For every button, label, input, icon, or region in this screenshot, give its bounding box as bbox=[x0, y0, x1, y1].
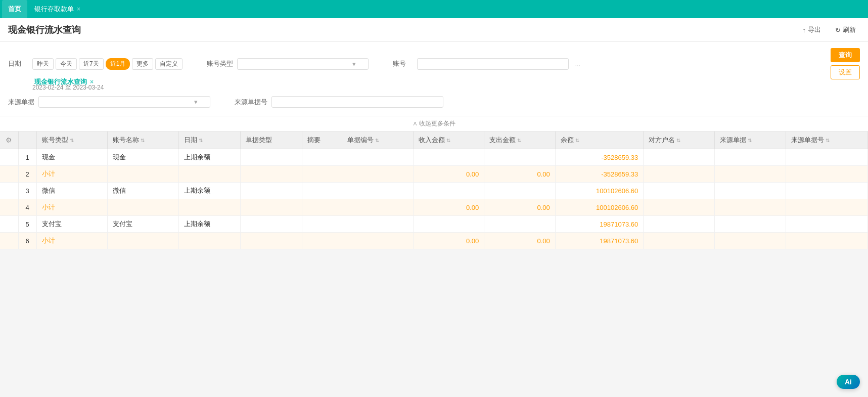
table-body: 1现金现金上期余额-3528659.332小计0.000.00-3528659.… bbox=[0, 149, 868, 249]
close-tab-icon[interactable]: × bbox=[77, 42, 80, 49]
filter-area: 日期 昨天今天近7天近1月更多自定义 账号类型 ▾ 账号 ... 查询 设置 2… bbox=[0, 42, 868, 116]
cell-date bbox=[178, 233, 240, 249]
cell-counterpart bbox=[644, 166, 715, 183]
source-doc-num-input[interactable] bbox=[276, 98, 439, 106]
table-row: 4小计0.000.00100102606.60 bbox=[0, 199, 868, 216]
account-type-dropdown-icon: ▾ bbox=[352, 60, 356, 68]
cell-source_doc_no bbox=[786, 183, 868, 199]
col-balance[interactable]: 余额⇅ bbox=[555, 131, 643, 149]
cell-account_type: 小计 bbox=[36, 199, 108, 216]
date-label: 日期 bbox=[8, 59, 28, 68]
export-icon: ↑ bbox=[803, 26, 806, 34]
collapse-bar[interactable]: ∧ 收起更多条件 bbox=[0, 116, 868, 131]
filter-row-2: 来源单据 ▾ 来源单据号 bbox=[8, 96, 860, 108]
refresh-icon: ↻ bbox=[835, 26, 841, 34]
cell-source_doc bbox=[714, 216, 786, 233]
col-date[interactable]: 日期⇅ bbox=[178, 131, 240, 149]
cell-balance: 100102606.60 bbox=[555, 183, 643, 199]
sort-icon-counterpart: ⇅ bbox=[676, 138, 680, 143]
close-tab-icon[interactable]: × bbox=[77, 6, 80, 13]
cell-counterpart bbox=[644, 233, 715, 249]
date-shortcut-自定义[interactable]: 自定义 bbox=[155, 58, 182, 70]
source-doc-filter-group: 来源单据 ▾ bbox=[8, 96, 210, 108]
table-row: 1现金现金上期余额-3528659.33 bbox=[0, 149, 868, 166]
cell-source_doc bbox=[714, 233, 786, 249]
cell-doc_type bbox=[241, 233, 302, 249]
source-doc-select[interactable]: ▾ bbox=[38, 96, 210, 108]
account-type-select[interactable]: ▾ bbox=[237, 58, 369, 70]
table-header: ⚙账号类型⇅账号名称⇅日期⇅单据类型摘要单据编号⇅收入金额⇅支出金额⇅余额⇅对方… bbox=[0, 131, 868, 149]
table-gear-icon[interactable]: ⚙ bbox=[6, 136, 12, 144]
col-doc_no[interactable]: 单据编号⇅ bbox=[342, 131, 413, 149]
source-doc-num-label: 来源单据号 bbox=[235, 98, 267, 107]
date-shortcut-近1月[interactable]: 近1月 bbox=[106, 58, 130, 70]
cell-account_name: 微信 bbox=[108, 183, 179, 199]
cell-summary bbox=[302, 149, 342, 166]
cell-counterpart bbox=[644, 216, 715, 233]
table-num-col bbox=[18, 131, 36, 149]
row-num: 2 bbox=[18, 166, 36, 183]
table-settings-col: ⚙ bbox=[0, 131, 18, 149]
cell-balance: 19871073.60 bbox=[555, 216, 643, 233]
date-shortcut-昨天[interactable]: 昨天 bbox=[32, 58, 54, 70]
cell-doc_type bbox=[241, 199, 302, 216]
col-counterpart[interactable]: 对方户名⇅ bbox=[644, 131, 715, 149]
cell-doc_type bbox=[241, 216, 302, 233]
date-shortcut-今天[interactable]: 今天 bbox=[56, 58, 77, 70]
cell-income bbox=[413, 216, 484, 233]
export-label: 导出 bbox=[808, 25, 821, 34]
cell-expense bbox=[484, 149, 556, 166]
date-shortcut-近7天[interactable]: 近7天 bbox=[79, 58, 104, 70]
collapse-label: 收起更多条件 bbox=[419, 120, 455, 127]
account-filter-group: 账号 ... bbox=[393, 58, 582, 70]
cell-income bbox=[413, 183, 484, 199]
date-shortcut-更多[interactable]: 更多 bbox=[132, 58, 153, 70]
cell-source_doc_no bbox=[786, 149, 868, 166]
account-ellipsis[interactable]: ... bbox=[573, 60, 582, 68]
table-wrap: ⚙账号类型⇅账号名称⇅日期⇅单据类型摘要单据编号⇅收入金额⇅支出金额⇅余额⇅对方… bbox=[0, 131, 868, 249]
refresh-button[interactable]: ↻ 刷新 bbox=[831, 23, 860, 36]
col-account_type[interactable]: 账号类型⇅ bbox=[36, 131, 108, 149]
cell-expense bbox=[484, 216, 556, 233]
table-row: 2小计0.000.00-3528659.33 bbox=[0, 166, 868, 183]
close-tab-icon[interactable]: × bbox=[77, 60, 80, 67]
settings-button[interactable]: 设置 bbox=[831, 65, 860, 79]
cell-source_doc_no bbox=[786, 199, 868, 216]
page-title: 现金银行流水查询 bbox=[8, 24, 81, 36]
cell-account_name: 现金 bbox=[108, 149, 179, 166]
close-tab-icon[interactable]: × bbox=[90, 78, 94, 85]
export-button[interactable]: ↑ 导出 bbox=[799, 23, 826, 36]
cell-account_name bbox=[108, 166, 179, 183]
cell-source_doc bbox=[714, 199, 786, 216]
sort-icon-source_doc: ⇅ bbox=[748, 138, 752, 143]
cell-income bbox=[413, 149, 484, 166]
cell-expense: 0.00 bbox=[484, 233, 556, 249]
cell-source_doc_no bbox=[786, 233, 868, 249]
close-tab-icon[interactable]: × bbox=[77, 24, 80, 31]
col-source_doc_no[interactable]: 来源单据号⇅ bbox=[786, 131, 868, 149]
col-income[interactable]: 收入金额⇅ bbox=[413, 131, 484, 149]
row-num: 4 bbox=[18, 199, 36, 216]
cell-doc_no bbox=[342, 166, 413, 183]
sort-icon-account_type: ⇅ bbox=[70, 138, 74, 143]
table-row: 5支付宝支付宝上期余额19871073.60 bbox=[0, 216, 868, 233]
cell-summary bbox=[302, 183, 342, 199]
query-button[interactable]: 查询 bbox=[831, 48, 860, 62]
nav-tab-收款核销执行[interactable]: 收款核销执行× bbox=[28, 36, 100, 55]
source-doc-num-filter-group: 来源单据号 bbox=[235, 96, 443, 108]
cell-date: 上期余额 bbox=[178, 149, 240, 166]
col-expense[interactable]: 支出金额⇅ bbox=[484, 131, 556, 149]
col-account_name[interactable]: 账号名称⇅ bbox=[108, 131, 179, 149]
col-source_doc[interactable]: 来源单据⇅ bbox=[714, 131, 786, 149]
cell-account_type: 支付宝 bbox=[36, 216, 108, 233]
date-range-display: 2023-02-24 至 2023-03-24 bbox=[30, 83, 860, 92]
filter-row-1: 日期 昨天今天近7天近1月更多自定义 账号类型 ▾ 账号 ... 查询 设置 bbox=[8, 48, 860, 79]
col-summary: 摘要 bbox=[302, 131, 342, 149]
header-actions: ↑ 导出 ↻ 刷新 bbox=[799, 23, 860, 36]
account-input[interactable] bbox=[422, 60, 564, 68]
nav-tab-银行存取款单[interactable]: 银行存取款单× bbox=[28, 0, 100, 18]
nav-home[interactable]: 首页 bbox=[2, 0, 27, 18]
cell-account_type: 小计 bbox=[36, 233, 108, 249]
sort-icon-doc_no: ⇅ bbox=[375, 138, 379, 143]
cell-income: 0.00 bbox=[413, 166, 484, 183]
